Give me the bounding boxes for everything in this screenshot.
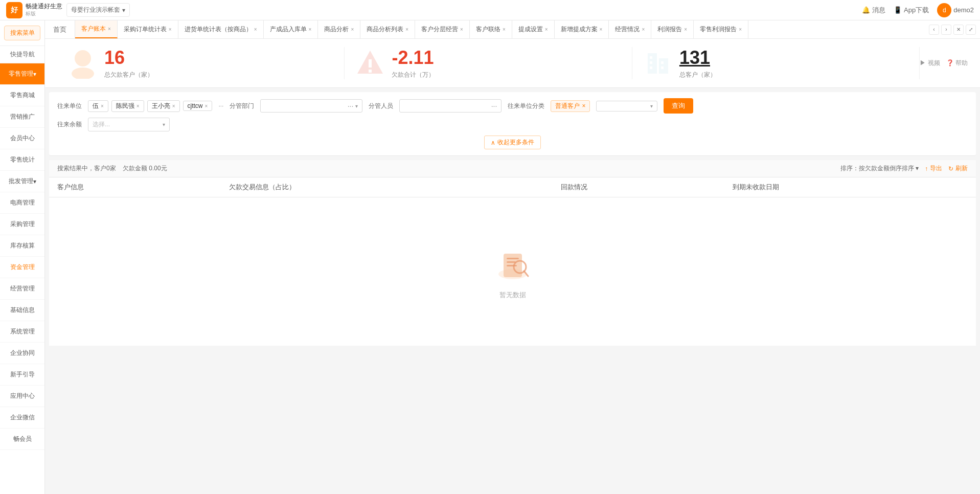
collapse-button[interactable]: ∧ 收起更多条件 [484,136,541,149]
tab-item-5[interactable]: 商品分析列表× [360,20,415,38]
tag-close-icon[interactable]: × [205,103,208,109]
balance-select[interactable]: 选择... ▾ [88,118,170,131]
tab-close-btn[interactable]: × [600,27,603,32]
query-button[interactable]: 查询 [664,98,693,114]
tab-item-4[interactable]: 商品分析× [318,20,360,38]
quick-nav-label[interactable]: 快捷导航 [10,51,35,58]
sidebar-item-3[interactable]: 会员中心 [0,128,44,149]
svg-rect-15 [507,261,516,263]
filter-tag[interactable]: 王小亮 × [147,100,180,112]
tab-maximize-btn[interactable]: ⤢ [966,25,976,35]
sidebar-item-17[interactable]: 畅会员 [0,429,44,450]
tag-label: cjttcw [188,102,203,109]
tab-close-btn[interactable]: × [169,27,172,32]
sidebar-item-6[interactable]: 电商管理 [0,192,44,214]
tab-item-8[interactable]: 提成设置× [512,20,555,38]
tab-item-10[interactable]: 经营情况× [609,20,651,38]
sidebar-search-area: 搜索菜单 [0,20,44,46]
tag-close-icon[interactable]: × [136,103,140,109]
account-selector[interactable]: 母婴行业演示帐套 ▾ [66,3,130,17]
balance-placeholder: 选择... [93,120,161,129]
filter-tag[interactable]: 伍 × [88,100,108,112]
tab-item-1[interactable]: 采购订单统计表× [118,20,178,38]
sidebar-item-15[interactable]: 应用中心 [0,386,44,407]
help-btn[interactable]: ❓ 帮助 [946,59,968,68]
tab-item-11[interactable]: 利润报告× [651,20,694,38]
video-btn[interactable]: ▶ 视频 [920,59,940,68]
tag-label: 伍 [93,102,99,110]
app-download-btn[interactable]: 📱 App下载 [894,6,929,15]
tab-close-btn[interactable]: × [254,27,257,32]
sidebar-item-1[interactable]: 零售商城 [0,85,44,106]
tab-item-2[interactable]: 进货单统计表（按商品）× [178,20,264,38]
tab-bar: 首页 客户账本×采购订单统计表×进货单统计表（按商品）×产成品入库单×商品分析×… [45,20,980,39]
tab-close-btn[interactable]: × [739,27,742,32]
tab-item-6[interactable]: 客户分层经营× [415,20,470,38]
top-bar: 好 畅捷通好生意 标版 母婴行业演示帐套 ▾ 🔔 消息 📱 App下载 d de… [0,0,980,20]
tab-item-3[interactable]: 产成品入库单× [264,20,318,38]
tag-close-icon[interactable]: × [101,103,104,109]
sidebar-items-container: 零售管理 ▾零售商城营销推广会员中心零售统计批发管理 ▾电商管理采购管理库存核算… [0,63,44,450]
tab-close-btn[interactable]: × [545,27,548,32]
tab-item-9[interactable]: 新增提成方案× [555,20,609,38]
tab-close-btn[interactable]: × [460,27,463,32]
filter-tag[interactable]: cjttcw × [183,101,213,111]
tab-close-btn[interactable]: × [642,27,645,32]
sidebar-item-14[interactable]: 新手引导 [0,364,44,386]
tab-close-btn[interactable]: × [309,27,312,32]
empty-state-row: 暂无数据 [49,197,976,346]
cat-tag-close-icon[interactable]: × [582,102,585,109]
sidebar-item-4[interactable]: 零售统计 [0,149,44,171]
tag-close-icon[interactable]: × [172,103,175,109]
sidebar-item-0[interactable]: 零售管理 ▾ [0,63,44,85]
export-btn[interactable]: ↑ 导出 [925,164,942,173]
sidebar-item-10[interactable]: 经营管理 [0,278,44,300]
tab-next-btn[interactable]: › [941,25,951,35]
sidebar-item-13[interactable]: 企业协同 [0,343,44,364]
tab-home[interactable]: 首页 [45,20,75,38]
tab-label: 客户账本 [81,25,106,33]
top-bar-left: 好 畅捷通好生意 标版 母婴行业演示帐套 ▾ [6,2,130,18]
layout: 搜索菜单 快捷导航 零售管理 ▾零售商城营销推广会员中心零售统计批发管理 ▾电商… [0,20,980,494]
tab-close-btn[interactable]: × [351,27,354,32]
table-head: 客户信息欠款交易信息（占比）回款情况到期未收款日期 [49,177,976,197]
tab-close-btn[interactable]: × [108,26,111,32]
phone-icon: 📱 [894,6,902,14]
sidebar-item-9[interactable]: 资金管理 [0,257,44,278]
sidebar-item-12[interactable]: 系统管理 [0,321,44,343]
tab-item-7[interactable]: 客户联络× [470,20,512,38]
dept-select[interactable]: ··· ▾ [260,99,362,113]
user-menu[interactable]: d demo2 [937,3,974,17]
sidebar-item-8[interactable]: 库存核算 [0,235,44,257]
tab-item-12[interactable]: 零售利润报告× [694,20,748,38]
messages-btn[interactable]: 🔔 消息 [862,6,885,15]
refresh-btn[interactable]: ↻ 刷新 [948,164,968,173]
sidebar-item-16[interactable]: 企业微信 [0,407,44,429]
tab-close-btn[interactable]: × [684,27,687,32]
logo-sub: 标版 [26,10,62,17]
tab-label: 采购订单统计表 [124,25,167,34]
tab-prev-btn[interactable]: ‹ [929,25,939,35]
sidebar-item-2[interactable]: 营销推广 [0,106,44,128]
filter-tag[interactable]: 陈民强 × [111,100,144,112]
sidebar-item-5[interactable]: 批发管理 ▾ [0,171,44,192]
empty-illustration [492,243,533,284]
unit-type-tag[interactable]: 普通客户 × [551,100,590,112]
tab-close-btn[interactable]: × [405,27,408,32]
person-dots-icon: ··· [491,102,497,110]
tab-close-btn[interactable]: × [503,27,506,32]
expand-icon: ▾ [33,71,36,78]
table-column-header: 客户信息 [49,177,221,197]
tab-close-all-btn[interactable]: ✕ [953,25,964,35]
search-menu-button[interactable]: 搜索菜单 [4,26,40,40]
unit-type-select[interactable]: ▾ [596,101,657,111]
empty-state-cell: 暂无数据 [49,197,976,346]
sidebar-item-7[interactable]: 采购管理 [0,214,44,235]
svg-rect-4 [369,70,372,73]
person-select[interactable]: ··· [399,99,502,113]
tab-item-0[interactable]: 客户账本× [75,20,118,38]
sidebar-item-11[interactable]: 基础信息 [0,300,44,321]
collapse-row: ∧ 收起更多条件 [57,136,968,149]
filter-more-dots[interactable]: ··· [218,102,223,109]
avatar: d [937,3,951,17]
